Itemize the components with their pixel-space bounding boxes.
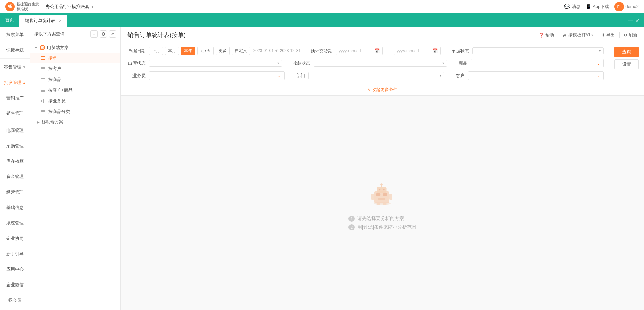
date-btn-this-year[interactable]: 本年 (181, 47, 195, 55)
actions-divider-3 (619, 32, 620, 38)
goods-more-icon[interactable]: … (596, 61, 601, 66)
actions-divider-2 (597, 32, 597, 38)
svg-rect-8 (41, 89, 45, 89)
date-label: 单据日期 (127, 48, 146, 54)
scheme-add-button[interactable]: + (90, 30, 98, 38)
logo-icon: 畅 (5, 2, 15, 11)
sidebar-item-wholesale-mgmt[interactable]: 批发管理 ▲ (0, 75, 30, 90)
print-icon: 🖨 (562, 33, 567, 38)
date-btn-more[interactable]: 更多 (216, 47, 230, 55)
scheme-item-by-customer-goods[interactable]: 按客户+商品 (30, 85, 120, 96)
payment-status-select[interactable]: ▾ (314, 60, 447, 67)
refresh-button[interactable]: ↻ 刷新 (624, 32, 637, 38)
print-arrow-icon: ▾ (591, 33, 593, 37)
tab-sales-order-stat[interactable]: 销售订单统计表 ✕ (19, 15, 67, 27)
scheme-item-by-goods-category[interactable]: 按商品分类 (30, 106, 120, 117)
date-end-placeholder: yyyy-mm-dd (397, 49, 431, 53)
help-button[interactable]: ❓ 帮助 (539, 32, 554, 38)
scheme-category-mobile[interactable]: ▶ 移动端方案 (30, 117, 120, 127)
sidebar-item-inventory[interactable]: 库存核算 (0, 154, 30, 169)
scheme-collapse-button[interactable]: « (109, 30, 116, 38)
tab-home[interactable]: 首页 (0, 13, 19, 27)
page-actions: ❓ 帮助 🖨 按模板打印 ▾ ⬇ 导出 (539, 32, 637, 38)
filter-rows: 单据日期 上月 本月 本年 近7天 更多 自定义 2023-01-01 至 20… (121, 42, 644, 80)
category-icon: 按 (40, 45, 45, 50)
query-button[interactable]: 查询 (614, 47, 639, 57)
filter-row-3: 业务员 … 部门 ▾ 客户 … (127, 71, 604, 80)
scheme-header: 按以下方案查询 + ⚙ « (30, 27, 120, 41)
sidebar-item-operations[interactable]: 经营管理 (0, 185, 30, 200)
date-btn-last-month[interactable]: 上月 (149, 47, 163, 55)
scheme-item-by-goods[interactable]: 按商品 (30, 74, 120, 85)
export-button[interactable]: ⬇ 导出 (601, 32, 615, 38)
date-btn-last-7-days[interactable]: 近7天 (197, 47, 214, 55)
salesperson-more-icon[interactable]: … (277, 73, 282, 78)
scheme-panel: 按以下方案查询 + ⚙ « ▼ 按 电脑端方案 按单 (30, 27, 121, 310)
scheme-item-by-salesperson[interactable]: 按业务员 (30, 96, 120, 106)
sidebar-item-purchase[interactable]: 采购管理 (0, 138, 30, 154)
svg-rect-16 (41, 113, 43, 113)
scheme-settings-button[interactable]: ⚙ (100, 30, 107, 38)
scheme-item-icon-by-salesperson (40, 98, 46, 104)
scheme-item-by-customer[interactable]: 按客户 (30, 63, 120, 74)
scheme-item-by-order[interactable]: 按单 (30, 53, 120, 63)
category-expand-icon: ▼ (34, 46, 38, 50)
salesperson-input[interactable]: … (149, 71, 285, 80)
doc-status-select[interactable]: ▾ (472, 47, 604, 54)
logo-area: 畅 畅捷通好生意 标准版 (5, 2, 39, 11)
breadcrumb[interactable]: 办公用品行业模拟账套 ▼ (46, 4, 94, 10)
sidebar-item-member[interactable]: 畅会员 (0, 293, 30, 308)
sidebar-item-enterprise-wechat[interactable]: 企业微信 (0, 277, 30, 293)
logo-text: 畅捷通好生意 标准版 (17, 2, 39, 11)
sidebar-item-enterprise-collab[interactable]: 企业协同 (0, 231, 30, 246)
tip-2-num: 2 (348, 224, 355, 230)
expected-date-end-input[interactable]: yyyy-mm-dd 📅 (394, 47, 441, 55)
scheme-list: ▼ 按 电脑端方案 按单 按客户 (30, 41, 120, 128)
collapse-bar[interactable]: ∧ 收起更多条件 (121, 84, 644, 96)
top-bar-right: 💬 消息 📱 App下载 Ea demo2 (564, 2, 639, 11)
filter-settings-button[interactable]: 设置 (614, 59, 639, 69)
sidebar-item-quick-nav[interactable]: 快捷导航 (0, 42, 30, 58)
sidebar-item-marketing[interactable]: 营销推广 (0, 90, 30, 106)
message-button[interactable]: 💬 消息 (564, 4, 580, 10)
sidebar-item-basic-info[interactable]: 基础信息 (0, 200, 30, 215)
export-icon: ⬇ (601, 33, 605, 38)
sidebar-item-search-menu[interactable]: 搜索菜单 (0, 27, 30, 42)
expected-date-start-input[interactable]: yyyy-mm-dd 📅 (336, 47, 383, 55)
svg-rect-7 (41, 80, 44, 80)
svg-rect-11 (41, 100, 42, 102)
sidebar-item-finance[interactable]: 资金管理 (0, 169, 30, 185)
customer-more-icon[interactable]: … (596, 73, 601, 78)
user-profile[interactable]: Ea demo2 (614, 2, 639, 11)
scheme-category-desktop[interactable]: ▼ 按 电脑端方案 (30, 43, 120, 53)
goods-input[interactable]: … (471, 59, 604, 67)
svg-rect-22 (377, 187, 386, 193)
sidebar-item-retail-mgmt[interactable]: 零售管理 ▼ (0, 59, 30, 75)
svg-rect-5 (41, 70, 45, 70)
app-download-button[interactable]: 📱 App下载 (586, 4, 609, 10)
calendar-start-icon: 📅 (374, 48, 380, 53)
sidebar-item-ecommerce[interactable]: 电商管理 (0, 123, 30, 138)
customer-input[interactable]: … (468, 71, 604, 80)
svg-rect-9 (41, 90, 45, 91)
date-btn-custom[interactable]: 自定义 (232, 47, 250, 55)
tab-close-icon[interactable]: ✕ (59, 19, 62, 23)
svg-point-26 (380, 183, 383, 186)
tab-minimize-button[interactable]: — (628, 17, 633, 23)
sidebar-item-system-mgmt[interactable]: 系统管理 (0, 215, 30, 231)
tab-maximize-button[interactable]: ⤢ (636, 17, 640, 23)
svg-rect-19 (376, 193, 381, 196)
tab-bar-actions: — ⤢ (628, 17, 644, 23)
filter-action-buttons: 查询 设置 (614, 47, 639, 69)
department-select[interactable]: ▾ (308, 72, 444, 79)
mobile-category-arrow-icon: ▶ (37, 120, 40, 124)
print-button[interactable]: 🖨 按模板打印 ▾ (562, 32, 593, 38)
sidebar-item-newbie-guide[interactable]: 新手引导 (0, 246, 30, 262)
filter-row-1: 单据日期 上月 本月 本年 近7天 更多 自定义 2023-01-01 至 20… (127, 47, 604, 55)
ship-status-arrow-icon: ▾ (277, 61, 279, 65)
svg-rect-10 (41, 91, 45, 92)
sidebar-item-app-center[interactable]: 应用中心 (0, 262, 30, 277)
date-btn-this-month[interactable]: 本月 (165, 47, 179, 55)
sidebar-item-sales-mgmt[interactable]: 销售管理 (0, 106, 30, 121)
ship-status-select[interactable]: ▾ (149, 60, 282, 67)
